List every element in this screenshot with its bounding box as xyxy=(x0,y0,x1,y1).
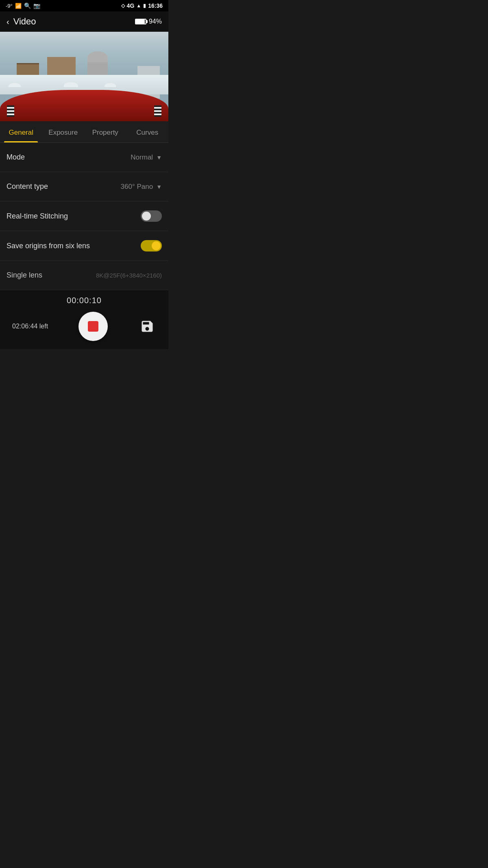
realtime-stitching-label: Real-time Stitching xyxy=(7,212,68,221)
status-right: ◇ 4G ▲ ▮ 16:36 xyxy=(121,2,163,9)
temperature: -9° xyxy=(6,3,13,9)
car-hood xyxy=(0,90,168,121)
realtime-stitching-setting: Real-time Stitching xyxy=(0,201,168,231)
time-left: 02:06:44 left xyxy=(12,323,48,330)
battery-icon xyxy=(135,19,146,24)
status-time: 16:36 xyxy=(148,2,163,9)
back-button[interactable]: ‹ xyxy=(7,17,9,26)
mode-dropdown-arrow: ▼ xyxy=(156,154,162,161)
video-preview[interactable] xyxy=(0,32,168,121)
tab-curves[interactable]: Curves xyxy=(126,121,169,142)
tab-exposure[interactable]: Exposure xyxy=(42,121,85,142)
content-type-value-container[interactable]: 360° Pano ▼ xyxy=(121,183,162,191)
content-type-value: 360° Pano xyxy=(121,183,153,191)
content-type-label: Content type xyxy=(7,182,48,191)
snow-car-3 xyxy=(105,83,116,87)
battery-indicator: 94% xyxy=(135,18,162,25)
bottom-bar: 00:00:10 02:06:44 left xyxy=(0,290,168,349)
save-origins-thumb xyxy=(152,241,161,250)
mode-setting[interactable]: Mode Normal ▼ xyxy=(0,143,168,172)
snow-car-2 xyxy=(64,82,78,87)
timer: 00:00:10 xyxy=(8,296,160,305)
battery-percent: 94% xyxy=(149,18,162,25)
stripe-left xyxy=(7,105,14,117)
tab-property[interactable]: Property xyxy=(84,121,126,142)
single-lens-label: Single lens xyxy=(7,271,42,280)
content-type-setting[interactable]: Content type 360° Pano ▼ xyxy=(0,172,168,201)
header: ‹ Video 94% xyxy=(0,11,168,32)
bottom-controls: 02:06:44 left xyxy=(8,312,160,341)
video-scene xyxy=(0,32,168,121)
realtime-stitching-track[interactable] xyxy=(141,210,162,222)
battery-status-icon: ▮ xyxy=(143,3,146,9)
save-origins-track[interactable] xyxy=(141,240,162,251)
mode-value: Normal xyxy=(131,153,153,162)
realtime-stitching-toggle[interactable] xyxy=(141,210,162,222)
mode-label: Mode xyxy=(7,153,25,162)
record-square-icon xyxy=(88,321,98,332)
image-icon: 📷 xyxy=(33,2,40,9)
wifi-icon: 📶 xyxy=(15,3,22,9)
snow-car-1 xyxy=(9,83,21,87)
realtime-stitching-thumb xyxy=(142,212,151,221)
settings-list: Mode Normal ▼ Content type 360° Pano ▼ R… xyxy=(0,143,168,290)
search-icon: 🔍 xyxy=(24,2,31,9)
record-button[interactable] xyxy=(78,312,108,341)
signal-icon: ▲ xyxy=(136,3,141,9)
network-label: 4G xyxy=(127,2,135,9)
page-title: Video xyxy=(13,16,36,27)
single-lens-value: 8K@25F(6+3840×2160) xyxy=(96,272,162,279)
network-icon: ◇ xyxy=(121,3,125,9)
save-icon xyxy=(140,319,155,334)
battery-fill xyxy=(136,20,145,24)
status-left: -9° 📶 🔍 📷 xyxy=(6,2,40,9)
save-button[interactable] xyxy=(138,317,156,335)
single-lens-setting[interactable]: Single lens 8K@25F(6+3840×2160) xyxy=(0,261,168,290)
status-bar: -9° 📶 🔍 📷 ◇ 4G ▲ ▮ 16:36 xyxy=(0,0,168,11)
save-origins-setting: Save origins from six lens xyxy=(0,231,168,261)
save-origins-label: Save origins from six lens xyxy=(7,242,90,250)
tabs: General Exposure Property Curves xyxy=(0,121,168,143)
stripe-right xyxy=(154,105,161,117)
mode-value-container[interactable]: Normal ▼ xyxy=(131,153,162,162)
tab-general[interactable]: General xyxy=(0,121,42,142)
content-type-dropdown-arrow: ▼ xyxy=(156,184,162,190)
save-origins-toggle[interactable] xyxy=(141,240,162,251)
header-left: ‹ Video xyxy=(7,16,36,27)
